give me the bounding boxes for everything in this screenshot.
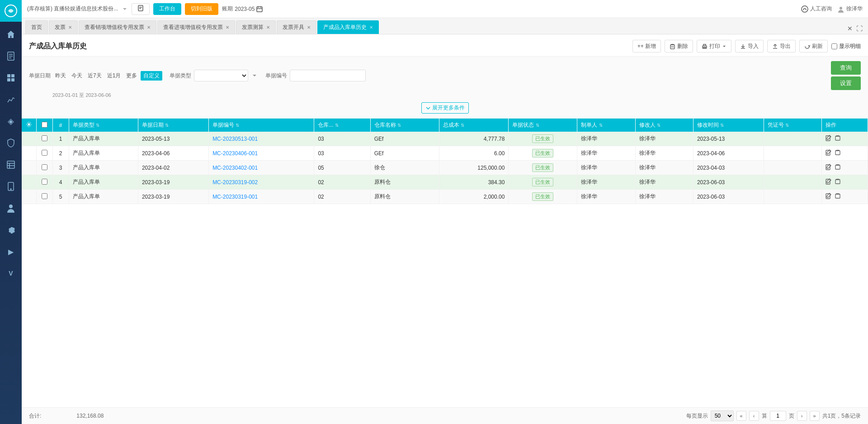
set-btn[interactable]: 设置 [831, 76, 861, 90]
last-page-btn[interactable]: » [810, 411, 820, 421]
edit-icon-3[interactable] [826, 178, 832, 186]
doc-btn[interactable] [132, 3, 150, 15]
app-logo[interactable] [0, 0, 22, 22]
th-settings[interactable] [22, 119, 36, 132]
tab-invoice[interactable]: 发票 ✕ [49, 20, 78, 34]
print-btn[interactable]: 打印 [697, 40, 731, 52]
link-number-1[interactable]: MC-20230406-001 [212, 150, 258, 157]
th-creator[interactable]: 制单人 ⇅ [577, 119, 635, 132]
delete-btn[interactable]: 删除 [665, 40, 693, 52]
cell-checkbox-3[interactable] [36, 175, 52, 190]
sidebar-icon-grid[interactable] [0, 67, 22, 89]
th-checkbox[interactable] [36, 119, 52, 132]
edit-icon-4[interactable] [826, 193, 832, 200]
th-status[interactable]: 单据状态 ⇅ [509, 119, 577, 132]
row-checkbox-3[interactable] [42, 179, 47, 185]
prev-page-btn[interactable]: ‹ [749, 411, 759, 421]
shortcut-1month[interactable]: 近1月 [105, 71, 123, 81]
th-type[interactable]: 单据类型 ⇅ [69, 119, 138, 132]
th-voucher[interactable]: 凭证号 ⇅ [764, 119, 822, 132]
first-page-btn[interactable]: « [736, 411, 746, 421]
row-checkbox-0[interactable] [42, 135, 47, 141]
tab-invoice-calc[interactable]: 发票测算 ✕ [236, 20, 276, 34]
sidebar-icon-play[interactable]: ▶ [0, 241, 22, 262]
edit-icon-0[interactable] [826, 135, 832, 143]
calendar-icon[interactable] [256, 6, 263, 12]
delete-icon-3[interactable] [835, 178, 841, 186]
refresh-btn[interactable]: 刷新 [799, 40, 828, 52]
sidebar-icon-device[interactable] [0, 176, 22, 197]
cell-number-4[interactable]: MC-20230319-001 [209, 190, 314, 204]
shortcut-today[interactable]: 今天 [70, 71, 84, 81]
sidebar-icon-shield[interactable] [0, 132, 22, 154]
tab-invoice-calc-close[interactable]: ✕ [266, 25, 270, 30]
th-modify-time[interactable]: 修改时间 ⇅ [693, 119, 764, 132]
sidebar-icon-home[interactable] [0, 24, 22, 45]
new-btn[interactable]: + + 新增 [632, 40, 661, 52]
select-all-checkbox[interactable] [42, 122, 47, 128]
tab-purchase-vat-close[interactable]: ✕ [226, 25, 229, 30]
tab-purchase-vat[interactable]: 查看进项增值税专用发票 ✕ [157, 20, 235, 34]
sidebar-icon-chart[interactable] [0, 89, 22, 110]
cell-checkbox-2[interactable] [36, 161, 52, 175]
shortcut-7days[interactable]: 近7天 [86, 71, 104, 81]
company-dropdown-icon[interactable] [122, 6, 128, 12]
page-number-input[interactable] [770, 411, 786, 421]
row-checkbox-2[interactable] [42, 164, 47, 170]
sidebar-icon-settings[interactable] [0, 219, 22, 241]
delete-icon-0[interactable] [835, 135, 841, 143]
cell-checkbox-4[interactable] [36, 190, 52, 204]
link-number-3[interactable]: MC-20230319-002 [212, 179, 258, 186]
type-filter-select[interactable] [194, 70, 248, 81]
tab-invoice-open[interactable]: 发票开具 ✕ [277, 20, 316, 34]
tab-sales-vat[interactable]: 查看销项增值税专用发票 ✕ [79, 20, 156, 34]
edit-icon-1[interactable] [826, 149, 832, 157]
user-info[interactable]: 徐泽华 [837, 5, 863, 13]
shortcut-yesterday[interactable]: 昨天 [53, 71, 68, 81]
link-number-4[interactable]: MC-20230319-001 [212, 194, 258, 200]
shortcut-more[interactable]: 更多 [124, 71, 139, 81]
query-btn[interactable]: 查询 [831, 61, 861, 75]
cell-number-0[interactable]: MC-20230513-001 [209, 132, 314, 146]
next-page-btn[interactable]: › [797, 411, 807, 421]
row-checkbox-1[interactable] [42, 150, 47, 156]
sidebar-icon-person[interactable] [0, 197, 22, 219]
sidebar-icon-diamond[interactable]: ◈ [0, 110, 22, 132]
row-checkbox-4[interactable] [42, 193, 47, 199]
delete-icon-2[interactable] [835, 164, 841, 172]
delete-icon-1[interactable] [835, 149, 841, 157]
help-btn[interactable]: 人工咨询 [801, 5, 832, 13]
number-filter-input[interactable] [290, 70, 366, 81]
cell-checkbox-0[interactable] [36, 132, 52, 146]
tab-invoice-open-close[interactable]: ✕ [307, 25, 311, 30]
th-warehouse-code[interactable]: 仓库... ⇅ [314, 119, 370, 132]
th-total-cost[interactable]: 总成本 ⇅ [439, 119, 509, 132]
tab-home[interactable]: 首页 [25, 20, 48, 34]
window-maximize-btn[interactable]: ⛶ [856, 25, 863, 32]
export-btn[interactable]: 导出 [767, 40, 796, 52]
show-details-checkbox[interactable] [831, 43, 837, 49]
link-number-0[interactable]: MC-20230513-001 [212, 136, 258, 142]
shortcut-custom[interactable]: 自定义 [141, 71, 162, 81]
tab-product-history-close[interactable]: ✕ [369, 25, 373, 30]
edit-icon-2[interactable] [826, 164, 832, 172]
tab-sales-vat-close[interactable]: ✕ [147, 25, 151, 30]
cell-number-1[interactable]: MC-20230406-001 [209, 146, 314, 161]
sidebar-icon-table[interactable] [0, 154, 22, 176]
th-modifier[interactable]: 修改人 ⇅ [635, 119, 693, 132]
link-number-2[interactable]: MC-20230402-001 [212, 165, 258, 171]
expand-filter-btn[interactable]: 展开更多条件 [421, 102, 469, 114]
window-minimize-btn[interactable]: ✕ [847, 25, 853, 32]
tab-product-history[interactable]: 产成品入库单历史 ✕ [317, 20, 379, 34]
cell-checkbox-1[interactable] [36, 146, 52, 161]
th-warehouse-name[interactable]: 仓库名称 ⇅ [370, 119, 439, 132]
page-size-select[interactable]: 50 100 200 [711, 410, 734, 421]
import-btn[interactable]: 导入 [735, 40, 764, 52]
switch-btn[interactable]: 切到旧版 [185, 3, 218, 15]
th-number[interactable]: 单据编号 ⇅ [209, 119, 314, 132]
th-date[interactable]: 单据日期 ⇅ [138, 119, 208, 132]
sidebar-icon-version[interactable]: V [0, 262, 22, 284]
cell-number-3[interactable]: MC-20230319-002 [209, 175, 314, 190]
delete-icon-4[interactable] [835, 193, 841, 200]
cell-number-2[interactable]: MC-20230402-001 [209, 161, 314, 175]
